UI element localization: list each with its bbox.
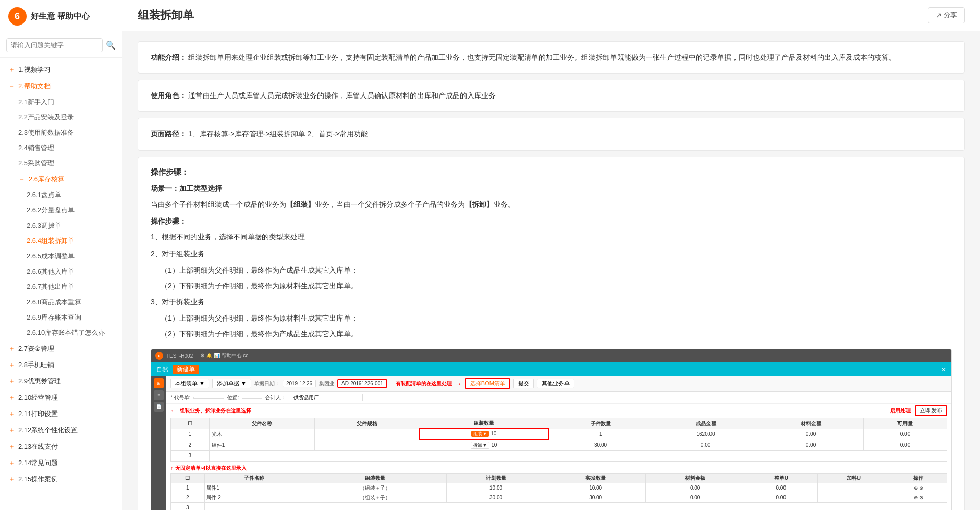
- ss-ltd-name: 属件 2: [205, 493, 304, 502]
- ss-td-prodamt: 1620.00: [653, 429, 758, 440]
- sidebar-item-otherin[interactable]: 2.6.6其他入库单: [0, 264, 122, 279]
- path-card: 页面路径： 1、库存核算->库存管理->组装拆卸单 2、首页->常用功能: [138, 118, 965, 150]
- ss-btn-bom[interactable]: 选择BOM清单: [465, 378, 510, 389]
- sidebar-item-wrongacc[interactable]: 2.6.10库存账本错了怎么办: [0, 325, 122, 341]
- sidebar-item-cases[interactable]: ＋ 2.15操作案例: [0, 471, 122, 488]
- ss-td-pname: 光木: [209, 429, 314, 440]
- screenshot-container: 6 TEST-H002 ⚙ 🔔 📊 帮助中心 cc 自然 新建单 ✕: [151, 349, 952, 510]
- search-input[interactable]: [6, 38, 103, 52]
- sidebar-item-label: 2.6库存核算: [29, 175, 114, 184]
- sidebar-item-stocktake[interactable]: 2.6.1盘点单: [0, 187, 122, 203]
- sidebar-item-inventory[interactable]: － 2.6库存核算: [0, 171, 122, 187]
- sidebar-item-label: 2.8手机旺铺: [18, 360, 114, 370]
- sidebar-item-purchase[interactable]: 2.5采购管理: [0, 156, 122, 171]
- ss-lth-matamt: 材料金额: [645, 473, 745, 483]
- ss-td-pspec: [314, 440, 420, 450]
- ss-subtoolbar: 本组装单 ▼ 添加单据 ▼ 单据日期： 2019-12-26 集团业 AD-20…: [166, 376, 951, 392]
- ss-ltd-planqty: 30.00: [446, 493, 546, 502]
- sidebar: 6 好生意 帮助中心 🔍 ＋ 1.视频学习 － 2.帮助文档 2.1新手入门 2…: [0, 0, 122, 510]
- sidebar-item-adjust[interactable]: 2.6.3调拨单: [0, 218, 122, 233]
- sidebar-item-label: 2.7资金管理: [18, 344, 114, 353]
- step3b: （2）下部明细为子件明细，最终作为产成品生成其它入库单。: [161, 327, 952, 341]
- sidebar-item-new[interactable]: 2.1新手入门: [0, 94, 122, 110]
- sidebar-item-label: 2.9优惠券管理: [18, 377, 114, 386]
- sidebar-item-ops[interactable]: ＋ 2.10经营管理: [0, 390, 122, 406]
- ss-left-nav: ⊞ ≡ 📄: [151, 376, 166, 510]
- ss-upper-table: ☐ 父件名称 父件规格 组装数量 子件数量 成品金额 材料金额 可用量: [170, 418, 947, 462]
- sidebar-item-faq[interactable]: ＋ 2.14常见问题: [0, 455, 122, 471]
- sidebar-item-data[interactable]: 2.3使用前数据准备: [0, 125, 122, 140]
- sidebar-item-pay[interactable]: ＋ 2.13在线支付: [0, 439, 122, 455]
- ss-lth-check: ☐: [171, 473, 205, 483]
- search-button[interactable]: 🔍: [106, 40, 116, 50]
- sidebar-item-costcalc[interactable]: 2.6.8商品成本重算: [0, 295, 122, 310]
- ss-lower-table: ☐ 子件名称 组装数量 计划数量 实发数量 材料金额 整单U 加料U: [170, 473, 947, 510]
- share-icon: ↗: [936, 11, 942, 19]
- sidebar-item-install[interactable]: 2.2产品安装及登录: [0, 110, 122, 125]
- step2b: （2）下部明细为子件明细，最终作为原材料生成其它出库单。: [161, 279, 952, 293]
- scene1-title: 场景一：加工类型选择: [151, 184, 952, 193]
- sidebar-item-print[interactable]: ＋ 2.11打印设置: [0, 406, 122, 422]
- sidebar-item-costadj[interactable]: 2.6.5成本调整单: [0, 249, 122, 264]
- ss-btn-enable[interactable]: 立即发布: [915, 405, 947, 416]
- ss-btn-save[interactable]: 提交: [513, 379, 534, 388]
- ss-th-avail: 可用量: [863, 418, 947, 429]
- sidebar-item-splitstock[interactable]: 2.6.2分量盘点单: [0, 203, 122, 218]
- share-label: 分享: [944, 11, 957, 20]
- sidebar-item-otherout[interactable]: 2.6.7其他出库单: [0, 279, 122, 295]
- ss-lth-addu: 加料U: [817, 473, 890, 483]
- scene1-desc: 当由多个子件材料组装成一个成品的业务为【组装】业务，当由一个父件拆分成多个子产品…: [151, 198, 952, 211]
- sidebar-item-ledger[interactable]: 2.6.9库存账本查询: [0, 310, 122, 325]
- share-button[interactable]: ↗ 分享: [928, 7, 965, 23]
- ss-form-input1[interactable]: [289, 394, 363, 401]
- table-row: 2 属件 2 （组装＋子） 30.00 30.00 0.00 0.00: [171, 493, 947, 502]
- ss-td-subqty: 1: [548, 429, 653, 440]
- annotation-arrow1: →: [455, 380, 462, 388]
- plus-icon: ＋: [8, 345, 15, 352]
- ss-main-area: 本组装单 ▼ 添加单据 ▼ 单据日期： 2019-12-26 集团业 AD-20…: [166, 376, 951, 510]
- sidebar-item-label: 2.12系统个性化设置: [18, 426, 114, 435]
- ss-date-val: 2019-12-26: [283, 380, 316, 387]
- sidebar-item-label: 2.帮助文档: [18, 82, 114, 91]
- sidebar-item-custom[interactable]: ＋ 2.12系统个性化设置: [0, 422, 122, 439]
- ss-th-check: ☐: [171, 418, 210, 429]
- annotation-label2: 组装业务、拆卸业务在这里选择: [180, 407, 251, 415]
- ss-td-num: 2: [171, 440, 210, 450]
- step3a: （1）上部明细为父件明细，最终作为原材料生成其它出库单；: [161, 311, 952, 325]
- ss-btn-type[interactable]: 本组装单 ▼: [170, 379, 209, 388]
- sidebar-item-label: 1.视频学习: [18, 65, 114, 75]
- sidebar-item-mobile[interactable]: ＋ 2.8手机旺铺: [0, 357, 122, 373]
- ss-date-label: 单据日期：: [254, 380, 280, 387]
- intro-card: 功能介绍： 组装拆卸单用来处理企业组装或拆卸等加工业务，支持有固定装配清单的产品…: [138, 41, 965, 74]
- sidebar-item-docs[interactable]: － 2.帮助文档: [0, 78, 122, 94]
- ss-td-subqty2: 30.00: [548, 440, 653, 450]
- table-row: 3: [171, 450, 947, 461]
- ann-below-table: ↑ 无固定清单可以直接在这里录入: [166, 464, 951, 473]
- main-content-area: 组装拆卸单 ↗ 分享 功能介绍： 组装拆卸单用来处理企业组装或拆卸等加工业务，支…: [122, 0, 980, 510]
- ss-td-avail2: 0.00: [863, 440, 947, 450]
- ss-ltd-planqty: 10.00: [446, 483, 546, 493]
- ss-btn-date[interactable]: 添加单据 ▼: [212, 379, 251, 388]
- ss-ltd-actqty: 30.00: [546, 493, 645, 502]
- sidebar-item-label: 2.13在线支付: [18, 442, 114, 451]
- annotation-text1: 有装配清单的在这里处理: [396, 380, 452, 387]
- sidebar-item-assembly[interactable]: 2.6.4组装拆卸单: [0, 233, 122, 249]
- ss-lower-table-wrap: ☐ 子件名称 组装数量 计划数量 实发数量 材料金额 整单U 加料U: [166, 473, 951, 510]
- ss-td-num: 3: [171, 450, 210, 461]
- plus-icon: ＋: [8, 427, 15, 434]
- ss-lth-name: 子件名称: [205, 473, 304, 483]
- ss-th-spec: 父件规格: [314, 418, 420, 429]
- ss-formrow: * 代号单: 位置: 合计人：: [166, 392, 951, 404]
- sidebar-item-video[interactable]: ＋ 1.视频学习: [0, 62, 122, 78]
- sidebar-item-sales[interactable]: 2.4销售管理: [0, 140, 122, 156]
- sidebar-item-coupon[interactable]: ＋ 2.9优惠券管理: [0, 373, 122, 390]
- app-logo-icon: 6: [8, 7, 27, 26]
- ss-form-val1: [193, 397, 224, 399]
- sidebar-item-cash[interactable]: ＋ 2.7资金管理: [0, 341, 122, 357]
- main-header: 组装拆卸单 ↗ 分享: [122, 0, 980, 31]
- ss-lth-planqty: 计划数量: [446, 473, 546, 483]
- plus-icon: ＋: [8, 66, 15, 74]
- ss-ltd-asmqty: （组装＋子）: [304, 483, 446, 493]
- ss-btn-print[interactable]: 其他业务单: [537, 379, 574, 388]
- ss-td-avail: 0.00: [863, 429, 947, 440]
